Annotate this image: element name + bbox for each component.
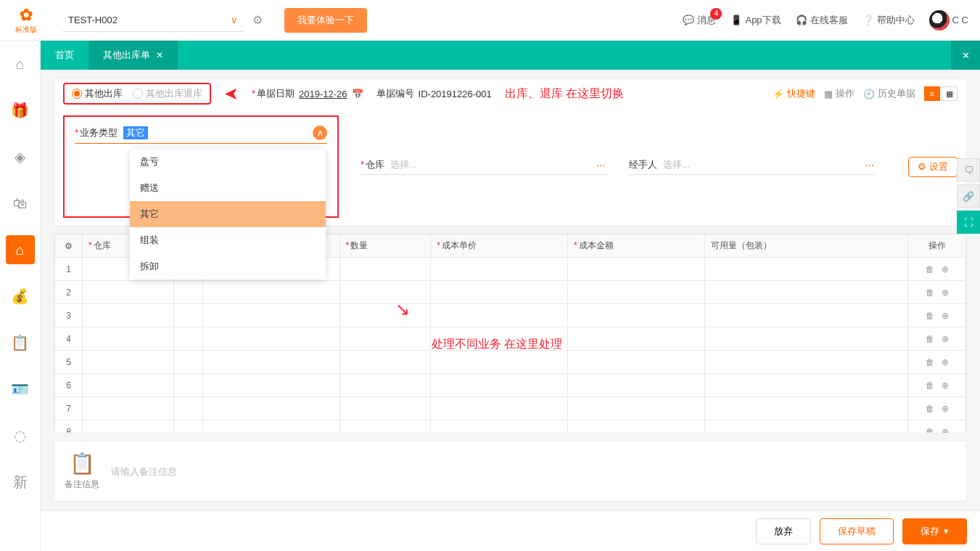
table-row[interactable]: 7 🗑 ⊕ [55, 397, 966, 420]
nav-refresh-icon[interactable]: ◌ [6, 421, 35, 450]
settings-btn-label: 设置 [929, 160, 948, 174]
delete-icon[interactable]: 🗑 [926, 264, 934, 274]
calendar-icon[interactable]: 📅 [352, 89, 363, 99]
arrow-annotation-2-icon: ↘ [395, 299, 410, 319]
logo-icon: ✿ [20, 6, 33, 25]
messages-link[interactable]: 💬 消息 4 [683, 14, 716, 27]
add-icon[interactable]: ⊕ [942, 357, 949, 367]
operate-link[interactable]: ▦操作 [824, 87, 855, 100]
header-right: 💬 消息 4 📱 App下载 🎧 在线客服 ❔ 帮助中心 C C [683, 10, 968, 30]
th-cost-amt: *成本金额 [568, 234, 705, 258]
radio-return[interactable]: 其他出库退库 [133, 87, 202, 100]
nav-contact-icon[interactable]: 🪪 [6, 375, 35, 404]
side-nav: ⌂ 🎁 ◈ 🛍 ⌂ 💰 📋 🪪 ◌ 新 [0, 41, 41, 551]
handler-select[interactable]: 经手人 选择... ⋯ [629, 158, 876, 175]
warehouse-select[interactable]: *仓库 选择... ⋯ [361, 158, 607, 175]
add-icon[interactable]: ⊕ [942, 287, 949, 298]
tab-home-label: 首页 [55, 49, 74, 62]
shortcut-link[interactable]: ⚡快捷键 [773, 87, 815, 100]
add-icon[interactable]: ⊕ [942, 311, 949, 321]
add-icon[interactable]: ⊕ [942, 380, 949, 391]
experience-button[interactable]: 我要体验一下 [284, 8, 367, 33]
chevron-down-icon: ∨ [231, 15, 238, 25]
date-field[interactable]: *单据日期 2019-12-26 📅 [252, 87, 363, 100]
save-button[interactable]: 保存 ▾ [902, 518, 967, 544]
delete-icon[interactable]: 🗑 [926, 404, 934, 414]
biztype-value: 其它 [123, 126, 148, 139]
table-row[interactable]: 6 🗑 ⊕ [55, 374, 966, 397]
delete-icon[interactable]: 🗑 [926, 334, 934, 344]
footer-bar: 放弃 保存草稿 保存 ▾ [41, 510, 980, 551]
help-center-link[interactable]: ❔ 帮助中心 [862, 14, 915, 27]
row-number: 4 [55, 327, 83, 351]
handler-label: 经手人 [629, 158, 657, 171]
close-all-tabs[interactable]: ✕ [951, 41, 980, 70]
dropdown-item-pankui[interactable]: 盘亏 [130, 149, 326, 175]
row-number: 7 [55, 397, 83, 420]
table-row[interactable]: 8 🗑 ⊕ [55, 420, 966, 434]
row-number: 1 [55, 258, 83, 281]
table-row[interactable]: 3 🗑 ⊕ [55, 304, 966, 327]
biztype-select[interactable]: *业务类型 其它 ∧ [75, 124, 327, 144]
th-avail-pkg: 可用量（包装） [705, 234, 908, 258]
dropdown-item-qita[interactable]: 其它 [130, 201, 326, 227]
radio-outbound[interactable]: 其他出库 [72, 87, 123, 100]
view-grid-icon[interactable]: ▦ [942, 86, 958, 101]
annotation-2: 处理不同业务 在这里处理 [432, 337, 562, 352]
project-select[interactable]: TEST-H002 ∨ [62, 9, 244, 32]
table-row[interactable]: 2 🗑 ⊕ [55, 281, 966, 304]
table-row[interactable]: 5 🗑 ⊕ [55, 351, 966, 374]
nav-money-icon[interactable]: 💰 [6, 282, 35, 311]
save-draft-button[interactable]: 保存草稿 [820, 518, 894, 544]
dropdown-item-chaixie[interactable]: 拆卸 [130, 253, 326, 279]
view-list-icon[interactable]: ≡ [924, 86, 940, 101]
close-icon[interactable]: ✕ [156, 50, 163, 60]
tool-link-icon[interactable]: 🔗 [957, 184, 980, 208]
more-icon[interactable]: ⋯ [596, 160, 607, 171]
add-icon[interactable]: ⊕ [942, 427, 949, 434]
remark-card: 📋 备注信息 [54, 441, 967, 502]
nav-diamond-icon[interactable]: ◈ [6, 142, 35, 171]
th-gear[interactable]: ⚙ [55, 234, 83, 258]
note-icon: 📋 [70, 452, 95, 476]
delete-icon[interactable]: 🗑 [926, 427, 934, 434]
add-icon[interactable]: ⊕ [942, 264, 949, 274]
nav-bag-icon[interactable]: 🛍 [6, 189, 35, 218]
tab-other-outbound[interactable]: 其他出库单 ✕ [88, 41, 178, 70]
add-icon[interactable]: ⊕ [942, 334, 949, 344]
online-cs-link[interactable]: 🎧 在线客服 [796, 14, 848, 27]
biztype-label: *业务类型 [75, 126, 118, 139]
nav-warehouse-icon[interactable]: ⌂ [6, 235, 35, 264]
add-icon[interactable]: ⊕ [942, 404, 949, 414]
annotation-1: 出库、退库 在这里切换 [505, 86, 624, 102]
arrow-annotation-1-icon: ➤ [224, 83, 239, 104]
delete-icon[interactable]: 🗑 [926, 380, 934, 391]
nav-clipboard-icon[interactable]: 📋 [6, 328, 35, 357]
nav-home-icon[interactable]: ⌂ [6, 49, 35, 78]
app-download-link[interactable]: 📱 App下载 [730, 14, 781, 27]
discard-button[interactable]: 放弃 [756, 518, 811, 544]
row-ops: 🗑 ⊕ [908, 397, 966, 420]
settings-button[interactable]: ⚙ 设置 [908, 157, 958, 177]
row-number: 2 [55, 281, 83, 304]
delete-icon[interactable]: 🗑 [926, 311, 934, 321]
delete-icon[interactable]: 🗑 [926, 287, 934, 298]
row-ops: 🗑 ⊕ [908, 374, 966, 397]
toolbar-right: ⚡快捷键 ▦操作 🕘历史单据 ≡ ▦ [773, 86, 958, 101]
user-menu[interactable]: C C [929, 10, 968, 30]
tab-home[interactable]: 首页 [41, 41, 88, 70]
chevron-up-icon[interactable]: ∧ [313, 126, 327, 140]
dropdown-item-zuzhuang[interactable]: 组装 [130, 227, 326, 253]
grid-icon: ▦ [824, 89, 833, 99]
tool-expand-icon[interactable]: ⛶ [957, 211, 980, 234]
remark-input[interactable] [111, 466, 956, 477]
dropdown-item-zengsong[interactable]: 赠送 [130, 175, 326, 201]
history-icon: 🕘 [863, 89, 875, 99]
nav-new-icon[interactable]: 新 [6, 468, 35, 497]
nav-gift-icon[interactable]: 🎁 [6, 96, 35, 125]
more-icon-2[interactable]: ⋯ [865, 160, 876, 171]
settings-icon[interactable]: ⚙ [252, 13, 263, 27]
tool-comment-icon[interactable]: 🗨 [957, 158, 980, 181]
delete-icon[interactable]: 🗑 [926, 357, 934, 367]
history-link[interactable]: 🕘历史单据 [863, 87, 915, 100]
